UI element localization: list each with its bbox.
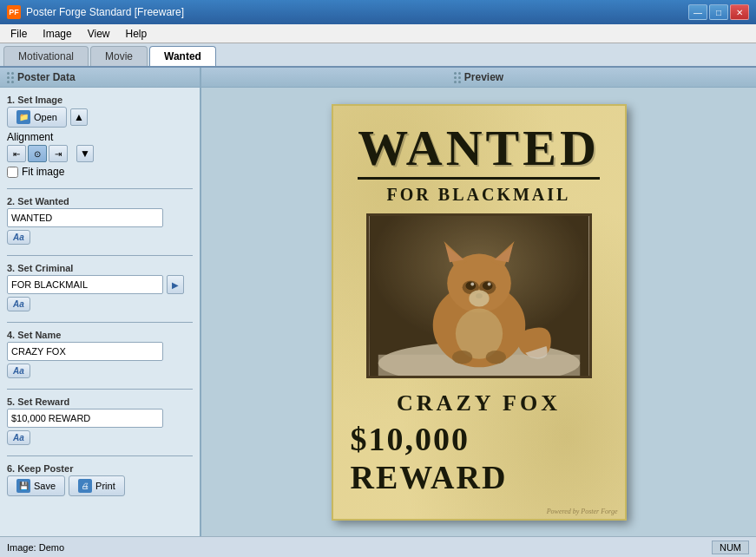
panel-header-label: Poster Data xyxy=(17,71,76,83)
up-arrow-button[interactable]: ▲ xyxy=(70,108,88,126)
panel-content: 1. Set Image 📁 Open ▲ Alignment ⇤ ⊙ ⇥ ▼ xyxy=(0,88,200,507)
panel-header: Poster Data xyxy=(0,68,200,88)
preview-header-label: Preview xyxy=(464,71,503,83)
section-set-name: 4. Set Name Aa xyxy=(7,330,193,378)
align-right-button[interactable]: ⇥ xyxy=(49,145,68,162)
set-wanted-label: 2. Set Wanted xyxy=(7,196,193,206)
left-panel: Poster Data 1. Set Image 📁 Open ▲ Alignm… xyxy=(0,68,201,536)
name-font-button[interactable]: Aa xyxy=(7,364,30,378)
poster-subtitle-text: FOR BLACKMAIL xyxy=(387,185,571,205)
alignment-label: Alignment xyxy=(7,131,53,143)
poster-name-text: CRAZY FOX xyxy=(397,390,561,416)
wanted-font-button[interactable]: Aa xyxy=(7,230,30,245)
fit-image-checkbox[interactable] xyxy=(7,167,18,178)
preview-header: Preview xyxy=(201,68,756,88)
poster-image xyxy=(366,213,592,378)
fox-svg xyxy=(369,216,589,376)
name-input[interactable] xyxy=(7,342,163,361)
save-icon: 💾 xyxy=(16,479,30,493)
title-bar: PF Poster Forge Standard [Freeware] — □ … xyxy=(0,0,756,24)
status-right: NUM xyxy=(712,541,749,554)
section-set-reward: 5. Set Reward Aa xyxy=(7,396,193,445)
window-title: Poster Forge Standard [Freeware] xyxy=(26,6,184,18)
keep-poster-label: 6. Keep Poster xyxy=(7,463,193,474)
poster-reward-text: $10,000 REWARD xyxy=(351,420,608,496)
main-area: Poster Data 1. Set Image 📁 Open ▲ Alignm… xyxy=(0,68,756,536)
criminal-input-row: ▶ xyxy=(7,275,193,294)
window-controls[interactable]: — □ ✕ xyxy=(688,4,749,20)
drag-handle xyxy=(7,72,14,83)
menu-bar: File Image View Help xyxy=(0,24,756,43)
status-left: Image: Demo xyxy=(7,542,64,553)
tab-motivational[interactable]: Motivational xyxy=(3,46,89,66)
criminal-arrow-button[interactable]: ▶ xyxy=(167,275,184,294)
align-down-button[interactable]: ▼ xyxy=(76,145,94,162)
open-button[interactable]: 📁 Open xyxy=(7,107,67,128)
print-button[interactable]: 🖨 Print xyxy=(69,475,125,496)
section-set-wanted: 2. Set Wanted Aa xyxy=(7,196,193,245)
poster-watermark: Powered by Poster Forge xyxy=(547,508,618,515)
preview-area: WANTED FOR BLACKMAIL xyxy=(201,88,756,536)
fit-image-row: Fit image xyxy=(7,166,193,178)
alignment-group[interactable]: ⇤ ⊙ ⇥ ▼ xyxy=(7,145,193,162)
tab-bar: Motivational Movie Wanted xyxy=(0,43,756,68)
set-image-label: 1. Set Image xyxy=(7,95,193,105)
svg-rect-21 xyxy=(370,216,588,376)
align-left-button[interactable]: ⇤ xyxy=(7,145,26,162)
poster-wanted-text: WANTED xyxy=(358,123,600,180)
menu-view[interactable]: View xyxy=(81,26,117,42)
save-button[interactable]: 💾 Save xyxy=(7,475,65,496)
close-button[interactable]: ✕ xyxy=(730,4,749,20)
tab-wanted[interactable]: Wanted xyxy=(149,46,216,66)
criminal-font-button[interactable]: Aa xyxy=(7,297,30,311)
menu-help[interactable]: Help xyxy=(119,26,154,42)
set-name-label: 4. Set Name xyxy=(7,330,193,340)
preview-drag-handle xyxy=(454,72,461,83)
section-set-image: 1. Set Image 📁 Open ▲ Alignment ⇤ ⊙ ⇥ ▼ xyxy=(7,95,193,178)
tab-movie[interactable]: Movie xyxy=(90,46,148,66)
alignment-row: Alignment xyxy=(7,131,193,143)
set-criminal-label: 3. Set Criminal xyxy=(7,263,193,273)
open-icon: 📁 xyxy=(16,110,30,124)
fit-image-label: Fit image xyxy=(22,166,64,178)
align-center-button[interactable]: ⊙ xyxy=(28,145,47,162)
app-icon: PF xyxy=(7,5,21,19)
reward-font-button[interactable]: Aa xyxy=(7,430,30,445)
save-print-row: 💾 Save 🖨 Print xyxy=(7,475,193,496)
minimize-button[interactable]: — xyxy=(688,4,707,20)
menu-image[interactable]: Image xyxy=(36,26,78,42)
poster: WANTED FOR BLACKMAIL xyxy=(332,104,627,521)
criminal-input[interactable] xyxy=(7,275,163,294)
status-bar: Image: Demo NUM xyxy=(0,536,756,557)
print-icon: 🖨 xyxy=(78,479,92,493)
section-keep-poster: 6. Keep Poster 💾 Save 🖨 Print xyxy=(7,463,193,496)
wanted-input[interactable] xyxy=(7,208,163,227)
title-bar-left: PF Poster Forge Standard [Freeware] xyxy=(7,5,184,19)
reward-input[interactable] xyxy=(7,409,163,428)
maximize-button[interactable]: □ xyxy=(709,4,728,20)
section-set-criminal: 3. Set Criminal ▶ Aa xyxy=(7,263,193,311)
open-row: 📁 Open ▲ xyxy=(7,107,193,128)
menu-file[interactable]: File xyxy=(3,26,34,42)
right-panel: Preview WANTED FOR BLACKMAIL xyxy=(201,68,756,536)
set-reward-label: 5. Set Reward xyxy=(7,396,193,407)
